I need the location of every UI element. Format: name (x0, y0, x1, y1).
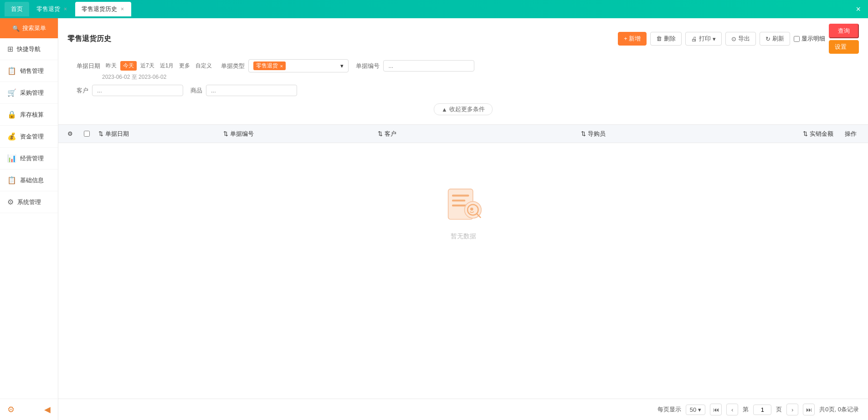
shortcut-today[interactable]: 今天 (120, 61, 137, 71)
collapse-icon: ▲ (442, 106, 447, 113)
th-action: 操作 (837, 130, 864, 138)
th-settings[interactable]: ⚙ (62, 130, 78, 137)
date-filter-label: 单据日期 (77, 62, 100, 70)
goods-input[interactable] (206, 85, 297, 96)
th-num-label: 单据编号 (230, 130, 254, 138)
sidebar-item-base-info[interactable]: 📋 基础信息 (0, 169, 58, 191)
query-button[interactable]: 查询 (829, 24, 859, 38)
collapse-button[interactable]: ▲ 收起更多条件 (434, 103, 493, 115)
settings-icon: ⚙ (67, 130, 73, 137)
sidebar-item-purchase-label: 采购管理 (20, 89, 44, 97)
purchase-icon: 🛒 (7, 88, 16, 97)
filter-voucher-type: 单据类型 零售退货 × ▾ (221, 59, 349, 72)
refresh-label: 刷新 (772, 35, 784, 43)
last-page-button[interactable]: ⏭ (803, 404, 815, 415)
settings-bottom-icon[interactable]: ⚙ (7, 405, 15, 415)
empty-label: 暂无数据 (451, 232, 476, 241)
sidebar-item-finance-label: 资金管理 (20, 133, 44, 141)
tab-bar: 首页 零售退货 × 零售退货历史 × (5, 2, 853, 16)
customer-input[interactable] (92, 85, 183, 96)
page-title: 零售退货历史 (67, 34, 111, 44)
th-guide-sort-icon: ⇅ (581, 130, 586, 137)
voucher-type-select[interactable]: 零售退货 × ▾ (248, 59, 349, 72)
first-page-button[interactable]: ⏮ (710, 404, 722, 415)
shortcut-7days[interactable]: 近7天 (139, 61, 156, 71)
table-header: ⚙ ⇅ 单据日期 ⇅ 单据编号 ⇅ 客户 ⇅ (58, 125, 868, 143)
show-detail-checkbox[interactable] (794, 36, 800, 42)
sidebar-item-operations-label: 经营管理 (20, 154, 44, 163)
inventory-icon: 🔒 (7, 110, 16, 119)
tab-retail-return[interactable]: 零售退货 × (30, 2, 74, 16)
refresh-button[interactable]: ↻ 刷新 (760, 32, 790, 46)
shortcut-custom[interactable]: 自定义 (194, 61, 214, 71)
th-date[interactable]: ⇅ 单据日期 (95, 130, 220, 138)
th-amount-label: 实销金额 (810, 130, 833, 138)
tab-retail-return-history-close[interactable]: × (120, 6, 125, 12)
th-guide-label: 导购员 (588, 130, 606, 138)
goods-label: 商品 (190, 87, 202, 95)
voucher-type-tag-close[interactable]: × (280, 63, 282, 69)
sidebar: 🔍 搜索菜单 ⊞ 快捷导航 📋 销售管理 🛒 采购管理 🔒 库存核算 💰 资金管… (0, 18, 58, 420)
voucher-no-input[interactable] (383, 60, 474, 72)
th-num-sort-icon: ⇅ (223, 130, 228, 137)
system-icon: ⚙ (7, 198, 14, 206)
print-button[interactable]: 🖨 打印 ▾ (685, 32, 722, 46)
filter-date: 单据日期 昨天 今天 近7天 近1月 更多 自定义 (77, 61, 214, 71)
voucher-no-label: 单据编号 (356, 62, 380, 70)
show-detail-checkbox-label[interactable]: 显示明细 (794, 35, 825, 43)
next-page-button[interactable]: › (786, 404, 798, 415)
sidebar-item-inventory-label: 库存核算 (20, 111, 44, 119)
svg-rect-3 (452, 205, 467, 206)
filter-area: 单据日期 昨天 今天 近7天 近1月 更多 自定义 单据类型 (67, 59, 859, 124)
th-checkbox[interactable] (78, 131, 95, 137)
shortcut-1month[interactable]: 近1月 (158, 61, 176, 71)
empty-state-icon (441, 179, 486, 225)
print-icon: 🖨 (691, 36, 697, 42)
setting-button[interactable]: 设置 (829, 40, 859, 54)
tab-retail-return-history[interactable]: 零售退货历史 × (75, 2, 131, 16)
sidebar-item-purchase-mgmt[interactable]: 🛒 采购管理 (0, 82, 58, 104)
top-bar-right: × (853, 5, 863, 14)
delete-button[interactable]: 🗑 删除 (650, 32, 682, 46)
sidebar-item-operations[interactable]: 📊 经营管理 (0, 148, 58, 169)
th-amount[interactable]: ⇅ 实销金额 (732, 130, 837, 138)
sidebar-item-inventory[interactable]: 🔒 库存核算 (0, 104, 58, 126)
th-customer[interactable]: ⇅ 客户 (374, 130, 577, 138)
sidebar-item-sales-mgmt[interactable]: 📋 销售管理 (0, 60, 58, 82)
shortcut-yesterday[interactable]: 昨天 (104, 61, 118, 71)
empty-state: 暂无数据 (58, 143, 868, 277)
date-shortcuts: 昨天 今天 近7天 近1月 更多 自定义 (104, 61, 214, 71)
sidebar-item-system-mgmt[interactable]: ⚙ 系统管理 (0, 191, 58, 213)
select-all-checkbox[interactable] (84, 131, 90, 137)
shortcut-more[interactable]: 更多 (177, 61, 192, 71)
window-close-button[interactable]: × (853, 5, 863, 14)
th-amount-sort-icon: ⇅ (803, 130, 808, 137)
sidebar-item-quick-nav-label: 快捷导航 (17, 45, 41, 53)
date-range-display: 2023-06-02 至 2023-06-02 (102, 74, 166, 80)
finance-icon: 💰 (7, 132, 16, 141)
new-button[interactable]: + 新增 (618, 32, 647, 46)
th-guide[interactable]: ⇅ 导购员 (577, 130, 732, 138)
sidebar-item-finance[interactable]: 💰 资金管理 (0, 126, 58, 148)
export-icon: ⊙ (731, 36, 736, 42)
collapse-label: 收起更多条件 (449, 105, 485, 113)
search-icon: 🔍 (12, 25, 20, 32)
sidebar-item-quick-nav[interactable]: ⊞ 快捷导航 (0, 38, 58, 60)
tab-retail-return-close[interactable]: × (63, 6, 68, 12)
export-button[interactable]: ⊙ 导出 (725, 32, 756, 46)
sidebar-item-base-label: 基础信息 (20, 176, 44, 184)
th-date-sort-icon: ⇅ (98, 130, 103, 137)
page-input[interactable] (753, 405, 771, 415)
sales-mgmt-icon: 📋 (7, 67, 16, 75)
page-size-select[interactable]: 50 ▾ (686, 405, 705, 415)
collapse-sidebar-icon[interactable]: ◀ (44, 405, 51, 415)
sidebar-search[interactable]: 🔍 搜索菜单 (0, 18, 58, 38)
tab-home[interactable]: 首页 (5, 2, 29, 16)
prev-page-button[interactable]: ‹ (726, 404, 738, 415)
voucher-type-chevron: ▾ (340, 62, 344, 69)
th-number[interactable]: ⇅ 单据编号 (220, 130, 374, 138)
operations-icon: 📊 (7, 154, 16, 163)
collapse-bar: ▲ 收起更多条件 (77, 101, 850, 120)
main-layout: 🔍 搜索菜单 ⊞ 快捷导航 📋 销售管理 🛒 采购管理 🔒 库存核算 💰 资金管… (0, 18, 868, 420)
quick-nav-icon: ⊞ (7, 45, 13, 53)
